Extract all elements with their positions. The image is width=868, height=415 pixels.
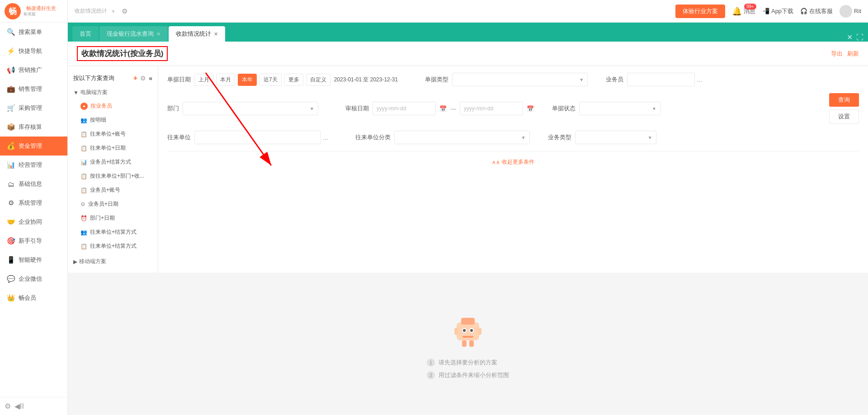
counterpart-more-btn[interactable]: ...: [323, 134, 328, 141]
sidebar-item-marketing[interactable]: 📢 营销推广: [0, 61, 67, 80]
counterpart-select[interactable]: [194, 131, 321, 144]
sidebar-item-enterprise[interactable]: 🤝 企业协同: [0, 212, 67, 231]
sidebar-item-operation[interactable]: 📊 经营管理: [0, 156, 67, 174]
scheme-item-counter-account[interactable]: 📋 往来单位+账号: [68, 127, 158, 141]
dept-select[interactable]: ▼: [183, 102, 318, 115]
page-actions: 导出 刷新: [831, 50, 859, 58]
audit-date-from-placeholder: yyyy-mm-dd: [377, 105, 406, 112]
scheme-item-salesperson[interactable]: ● 按业务员: [68, 99, 158, 113]
date-dash: —: [450, 105, 456, 112]
logo-area: 畅 畅捷通好生意 标准版: [0, 0, 67, 23]
sidebar-label-basic: 基础信息: [19, 180, 42, 188]
date-btn-last-month[interactable]: 上月: [194, 74, 213, 86]
result-area: 1 请先选择要分析的方案 2 用过滤条件来缩小分析范围: [68, 273, 868, 415]
sidebar-item-inventory[interactable]: 📦 库存核算: [0, 118, 67, 137]
scheme-item-icon-salesperson: ●: [80, 103, 88, 110]
svg-rect-12: [469, 340, 474, 347]
date-btn-more[interactable]: 更多: [284, 74, 303, 86]
audit-date-from-input[interactable]: yyyy-mm-dd: [373, 102, 436, 115]
export-button[interactable]: 导出: [831, 50, 843, 58]
date-btn-this-month[interactable]: 本月: [216, 74, 235, 86]
scheme-settings-button[interactable]: ⚙: [140, 74, 146, 82]
user-avatar: [840, 5, 852, 18]
app-download-area[interactable]: 📲 App下载: [762, 7, 793, 15]
scheme-add-button[interactable]: +: [133, 74, 137, 82]
date-btn-custom[interactable]: 自定义: [306, 74, 330, 86]
page-title: 收款情况统计(按业务员): [77, 46, 168, 61]
sidebar-label-hardware: 智能硬件: [19, 256, 42, 264]
scheme-item-label-detail: 按明细: [90, 116, 106, 124]
sidebar-item-hardware[interactable]: 📱 智能硬件: [0, 250, 67, 269]
date-btn-this-year[interactable]: 本年: [238, 74, 257, 86]
scheme-item-counter-dept[interactable]: 📋 按往来单位+部门+收...: [68, 169, 158, 183]
filter-settings-button[interactable]: 设置: [829, 109, 859, 124]
business-type-select[interactable]: ▼: [575, 131, 656, 144]
salesperson-more-btn[interactable]: ...: [697, 76, 702, 83]
scheme-item-detail[interactable]: 👥 按明细: [68, 113, 158, 127]
sidebar-label-marketing: 营销推广: [19, 66, 42, 74]
scheme-item-icon-counter-settlement2: 📋: [80, 243, 87, 250]
basic-icon: 🗂: [7, 180, 15, 188]
audit-date-to-input[interactable]: yyyy-mm-dd: [460, 102, 523, 115]
online-service-area[interactable]: 🎧 在线客服: [800, 7, 833, 15]
doctype-select[interactable]: ▼: [452, 73, 588, 86]
sidebar-item-system[interactable]: ⚙ 系统管理: [0, 193, 67, 212]
scheme-item-counter-settlement1[interactable]: 👥 往来单位+结算方式: [68, 225, 158, 239]
scheme-item-dept-date[interactable]: ⏰ 部门+日期: [68, 211, 158, 225]
audit-date-to-calendar[interactable]: 📅: [527, 105, 534, 112]
window-maximize-icon[interactable]: ⛶: [856, 33, 863, 42]
tab-bank-flow[interactable]: 现金银行流水查询 ✕: [99, 26, 168, 42]
scheme-item-sales-account[interactable]: 📋 业务员+账号: [68, 183, 158, 197]
docstatus-select-arrow: ▼: [652, 106, 656, 111]
window-close-icon[interactable]: ✕: [847, 33, 853, 42]
page-header: 收款情况统计(按业务员) 导出 刷新: [68, 42, 868, 66]
scheme-item-icon-counter-date: 📋: [80, 145, 87, 151]
sidebar-item-purchase[interactable]: 🛒 采购管理: [0, 99, 67, 118]
filter-row-1: 单据日期 上月 本月 本年 近7天 更多 自定义 2023-01-01 至 20…: [167, 73, 859, 86]
sidebar-item-sales[interactable]: 💼 销售管理: [0, 80, 67, 99]
docstatus-select[interactable]: ▼: [579, 102, 660, 115]
scheme-header: 按以下方案查询 + ⚙ «: [68, 71, 158, 86]
refresh-button[interactable]: 刷新: [847, 50, 859, 58]
audit-date-from-calendar[interactable]: 📅: [439, 105, 447, 112]
scheme-header-actions: + ⚙ «: [133, 74, 152, 82]
scheme-item-icon-counter-dept: 📋: [80, 173, 87, 179]
scheme-item-sales-settlement[interactable]: 📊 业务员+结算方式: [68, 155, 158, 169]
scheme-item-counter-date[interactable]: 📋 往来单位+日期: [68, 141, 158, 155]
footer-collapse-icon[interactable]: ◀II: [14, 402, 24, 410]
tab-receipt-stat[interactable]: 收款情况统计 ✕: [169, 26, 225, 42]
tab-home[interactable]: 首页: [72, 26, 99, 42]
filter-section: 按以下方案查询 + ⚙ « ▼ 电脑端方案 ● 按业务员: [68, 66, 868, 273]
sidebar-item-quicknav[interactable]: ⚡ 快捷导航: [0, 42, 67, 61]
sidebar-item-search[interactable]: 🔍 搜索菜单: [0, 23, 67, 42]
scheme-category-pc[interactable]: ▼ 电脑端方案: [68, 86, 158, 99]
scheme-collapse-button[interactable]: «: [149, 74, 152, 82]
date-btn-7days[interactable]: 近7天: [259, 74, 282, 86]
sidebar-label-guide: 新手引导: [19, 237, 42, 245]
trial-industry-button[interactable]: 体验行业方案: [675, 5, 725, 18]
scheme-item-counter-settlement2[interactable]: 📋 往来单位+结算方式: [68, 239, 158, 253]
sidebar-item-finance[interactable]: 💰 资金管理: [0, 137, 67, 156]
user-area[interactable]: Rit: [840, 5, 861, 18]
footer-settings-icon[interactable]: ⚙: [5, 402, 11, 410]
tab-receipt-stat-close[interactable]: ✕: [214, 31, 218, 37]
query-button[interactable]: 查询: [829, 93, 859, 107]
sidebar-item-wechat[interactable]: 💬 企业微信: [0, 269, 67, 288]
audit-date-label: 审核日期: [345, 104, 369, 113]
counterpart-category-select[interactable]: ▼: [394, 131, 530, 144]
scheme-item-sales-date[interactable]: ⚙ 业务员+日期: [68, 197, 158, 211]
collapse-conditions-button[interactable]: ∧∧ 收起更多条件: [492, 158, 534, 166]
tip-item-2: 2 用过滤条件来缩小分析范围: [427, 371, 509, 379]
salesperson-select[interactable]: [627, 73, 695, 86]
tab-bank-flow-close[interactable]: ✕: [156, 31, 160, 37]
logo-badge: 标准版: [24, 11, 56, 17]
sidebar-item-member[interactable]: 👑 畅会员: [0, 288, 67, 307]
header-settings-icon[interactable]: ⚙: [122, 7, 127, 15]
filter-row-3: 往来单位 ... 往来单位分类 ▼: [167, 131, 859, 144]
breadcrumb-area: 收款情况统计 ▼ ⚙: [75, 7, 671, 15]
sidebar-item-basic[interactable]: 🗂 基础信息: [0, 174, 67, 193]
sidebar-item-guide[interactable]: 🎯 新手引导: [0, 231, 67, 250]
notification-area[interactable]: 🔔 99+ 消息: [732, 6, 755, 16]
scheme-category-mobile[interactable]: ▶ 移动端方案: [68, 255, 158, 268]
sidebar-label-system: 系统管理: [19, 199, 42, 207]
